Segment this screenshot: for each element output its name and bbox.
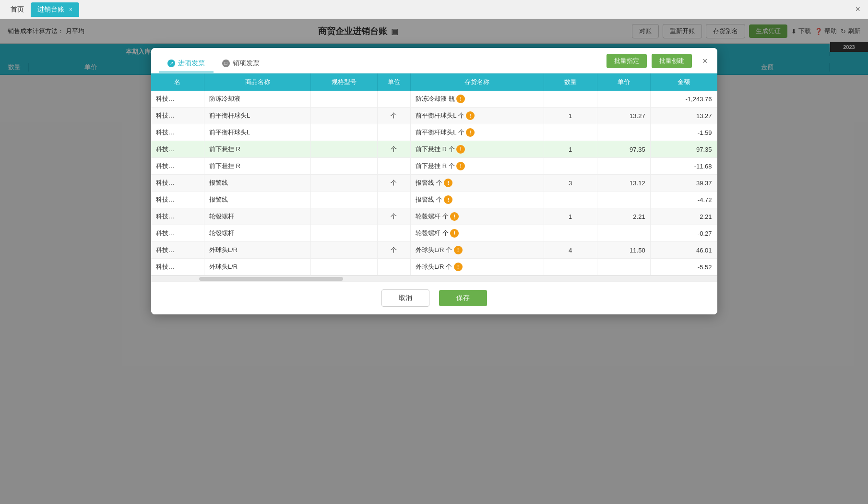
cell-spec bbox=[311, 91, 378, 108]
cell-company: 科技… bbox=[151, 225, 204, 242]
purchase-tab-label: 进项发票 bbox=[178, 59, 205, 68]
modal-close-button[interactable]: × bbox=[701, 56, 710, 66]
modal-footer: 取消 保存 bbox=[151, 281, 717, 314]
tab-ledger[interactable]: 进销台账 × bbox=[31, 2, 79, 17]
cell-quantity: 1 bbox=[544, 108, 597, 124]
cell-unit-price bbox=[597, 192, 650, 208]
invoice-modal: ↗ 进项发票 □ 销项发票 批量指定 批量创建 × bbox=[151, 48, 717, 314]
save-button[interactable]: 保存 bbox=[439, 290, 487, 306]
cell-quantity bbox=[544, 158, 597, 175]
cell-unit: 个 bbox=[377, 108, 410, 124]
cell-spec bbox=[311, 158, 378, 175]
cell-product: 轮毂螺杆 bbox=[204, 225, 311, 242]
warn-icon: ! bbox=[456, 145, 465, 154]
cell-company: 科技… bbox=[151, 141, 204, 158]
table-row: 科技… 外球头L/R 外球头L/R 个 ! -5.52 bbox=[151, 259, 717, 276]
ledger-tab-label: 进销台账 bbox=[37, 5, 64, 14]
cell-product: 报警线 bbox=[204, 175, 311, 192]
cell-stock-name: 外球头L/R 个 ! bbox=[411, 242, 544, 259]
col-quantity: 数量 bbox=[544, 73, 597, 91]
cell-amount: 97.35 bbox=[650, 141, 717, 158]
cell-amount: -5.52 bbox=[650, 259, 717, 276]
purchase-tab-icon: ↗ bbox=[167, 60, 175, 67]
cell-unit bbox=[377, 124, 410, 141]
cell-product: 前平衡杆球头L bbox=[204, 108, 311, 124]
cell-quantity: 3 bbox=[544, 175, 597, 192]
table-row: 科技… 前下悬挂 R 前下悬挂 R 个 ! -11.68 bbox=[151, 158, 717, 175]
table-row: 科技… 轮毂螺杆 轮毂螺杆 个 ! -0.27 bbox=[151, 225, 717, 242]
cell-product: 防冻冷却液 bbox=[204, 91, 311, 108]
table-row: 科技… 前下悬挂 R 个 前下悬挂 R 个 ! 1 97.35 97.35 bbox=[151, 141, 717, 158]
cell-unit-price bbox=[597, 158, 650, 175]
cell-spec bbox=[311, 242, 378, 259]
cell-quantity bbox=[544, 124, 597, 141]
cell-unit-price bbox=[597, 124, 650, 141]
cancel-button[interactable]: 取消 bbox=[381, 289, 429, 307]
cell-unit bbox=[377, 91, 410, 108]
cell-stock-name: 前平衡杆球头L 个 ! bbox=[411, 108, 544, 124]
cell-spec bbox=[311, 124, 378, 141]
scrollbar-thumb[interactable] bbox=[199, 277, 343, 281]
modal-horizontal-scrollbar[interactable] bbox=[151, 276, 717, 281]
warn-icon: ! bbox=[444, 195, 452, 204]
cell-quantity bbox=[544, 225, 597, 242]
cell-product: 前平衡杆球头L bbox=[204, 124, 311, 141]
col-spec: 规格型号 bbox=[311, 73, 378, 91]
cell-stock-name: 报警线 个 ! bbox=[411, 175, 544, 192]
modal-table-wrap[interactable]: 名 商品名称 规格型号 单位 存货名称 数量 单价 金额 科技… 防冻冷却液 bbox=[151, 73, 717, 276]
cell-unit-price: 13.27 bbox=[597, 108, 650, 124]
tab-home[interactable]: 首页 bbox=[4, 2, 31, 17]
cell-unit-price bbox=[597, 225, 650, 242]
table-row: 科技… 轮毂螺杆 个 轮毂螺杆 个 ! 1 2.21 2.21 bbox=[151, 208, 717, 225]
cell-stock-name: 前下悬挂 R 个 ! bbox=[411, 158, 544, 175]
modal-actions: 批量指定 批量创建 × bbox=[606, 54, 710, 73]
window-close-button[interactable]: × bbox=[851, 2, 864, 16]
cell-quantity: 1 bbox=[544, 141, 597, 158]
cell-product: 报警线 bbox=[204, 192, 311, 208]
batch-assign-button[interactable]: 批量指定 bbox=[606, 54, 647, 68]
table-row: 科技… 前平衡杆球头L 个 前平衡杆球头L 个 ! 1 13.27 13.27 bbox=[151, 108, 717, 124]
cell-company: 科技… bbox=[151, 108, 204, 124]
cell-amount: -11.68 bbox=[650, 158, 717, 175]
cell-quantity bbox=[544, 192, 597, 208]
cell-quantity: 1 bbox=[544, 208, 597, 225]
tab-bar: 首页 进销台账 × × bbox=[0, 0, 868, 19]
cell-product: 前下悬挂 R bbox=[204, 158, 311, 175]
cell-amount: -1,243.76 bbox=[650, 91, 717, 108]
warn-icon: ! bbox=[456, 162, 465, 170]
cell-unit-price: 97.35 bbox=[597, 141, 650, 158]
cell-unit bbox=[377, 192, 410, 208]
col-product: 商品名称 bbox=[204, 73, 311, 91]
modal-header: ↗ 进项发票 □ 销项发票 批量指定 批量创建 × bbox=[151, 48, 717, 73]
cell-company: 科技… bbox=[151, 91, 204, 108]
warn-icon: ! bbox=[454, 263, 463, 271]
cell-unit-price: 11.50 bbox=[597, 242, 650, 259]
warn-icon: ! bbox=[454, 246, 463, 254]
modal-overlay: ↗ 进项发票 □ 销项发票 批量指定 批量创建 × bbox=[0, 19, 868, 504]
cell-spec bbox=[311, 175, 378, 192]
cell-company: 科技… bbox=[151, 158, 204, 175]
tab-close-icon[interactable]: × bbox=[69, 6, 72, 13]
invoice-table: 名 商品名称 规格型号 单位 存货名称 数量 单价 金额 科技… 防冻冷却液 bbox=[151, 73, 717, 276]
cell-amount: 46.01 bbox=[650, 242, 717, 259]
cell-unit bbox=[377, 158, 410, 175]
cell-product: 前下悬挂 R bbox=[204, 141, 311, 158]
tab-purchase-invoice[interactable]: ↗ 进项发票 bbox=[159, 55, 214, 72]
tab-sales-invoice[interactable]: □ 销项发票 bbox=[214, 55, 268, 72]
cell-amount: -0.27 bbox=[650, 225, 717, 242]
cell-amount: -1.59 bbox=[650, 124, 717, 141]
cell-quantity: 4 bbox=[544, 242, 597, 259]
cell-company: 科技… bbox=[151, 259, 204, 276]
cell-stock-name: 外球头L/R 个 ! bbox=[411, 259, 544, 276]
cell-amount: 13.27 bbox=[650, 108, 717, 124]
home-tab-label: 首页 bbox=[11, 5, 24, 14]
col-company: 名 bbox=[151, 73, 204, 91]
cell-stock-name: 前平衡杆球头L 个 ! bbox=[411, 124, 544, 141]
warn-icon: ! bbox=[466, 111, 475, 120]
cell-unit bbox=[377, 225, 410, 242]
cell-quantity bbox=[544, 259, 597, 276]
warn-icon: ! bbox=[444, 179, 452, 187]
warn-icon: ! bbox=[466, 128, 475, 137]
table-row: 科技… 前平衡杆球头L 前平衡杆球头L 个 ! -1.59 bbox=[151, 124, 717, 141]
batch-create-button[interactable]: 批量创建 bbox=[652, 54, 692, 68]
